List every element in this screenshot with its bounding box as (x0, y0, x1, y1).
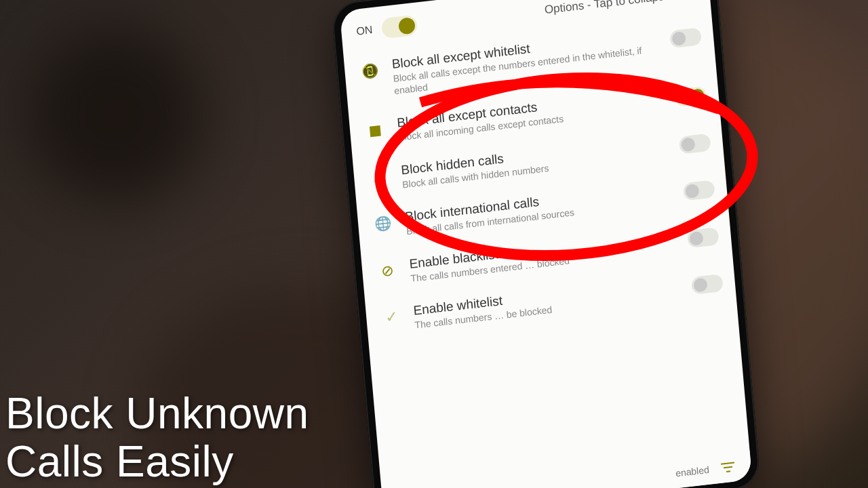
hidden-icon (368, 165, 390, 188)
phone-icon (359, 60, 380, 82)
toggle-knob-icon (671, 31, 686, 46)
setting-toggle[interactable] (687, 227, 719, 248)
ban-icon (376, 260, 398, 282)
master-toggle-label: ON (356, 24, 373, 38)
toggle-knob-icon (685, 184, 700, 199)
caption-line-1: Block Unknown (5, 390, 309, 439)
toggle-knob-icon (398, 17, 416, 35)
chevron-up-icon (678, 0, 695, 5)
toggle-knob-icon (690, 88, 705, 103)
toggle-knob-icon (681, 137, 696, 152)
video-caption: Block Unknown Calls Easily (0, 390, 315, 487)
allow-icon (380, 306, 402, 329)
setting-toggle[interactable] (675, 86, 707, 107)
phone-screen: ON Options - Tap to collapse Block all e… (340, 0, 753, 488)
setting-toggle[interactable] (691, 274, 724, 295)
setting-toggle[interactable] (679, 133, 711, 154)
caption-line-2: Calls Easily (5, 438, 309, 487)
filter-icon[interactable] (721, 462, 735, 472)
setting-toggle[interactable] (683, 180, 715, 201)
bottom-bar: enabled (382, 450, 753, 488)
phone-frame: ON Options - Tap to collapse Block all e… (331, 0, 762, 488)
master-toggle[interactable] (381, 15, 418, 39)
status-text: enabled (675, 464, 710, 479)
background-shadow (27, 27, 203, 203)
toggle-knob-icon (693, 277, 708, 292)
setting-toggle[interactable] (669, 27, 702, 48)
settings-list: Block all except whitelistBlock all call… (343, 8, 737, 349)
toggle-knob-icon (689, 230, 704, 245)
globe-icon (372, 212, 394, 235)
contacts-icon (364, 119, 386, 141)
